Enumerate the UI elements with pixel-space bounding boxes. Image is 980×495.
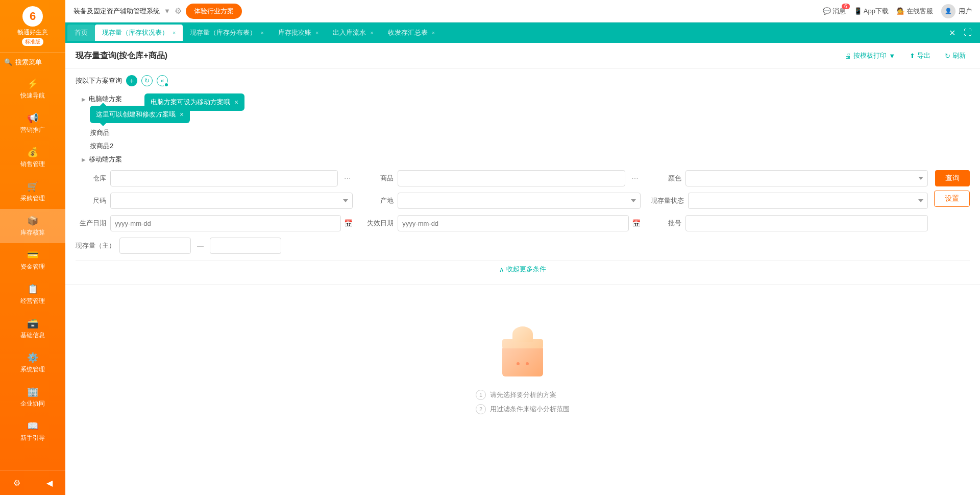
tabs-bar: 首页 现存量（库存状况表） × 现存量（库存分布表） × 库存批次账 × 出入库…: [65, 22, 980, 43]
user-profile-button[interactable]: 👤 用户: [941, 4, 972, 18]
filter-header: 按以下方案查询 + ↻ «: [76, 75, 970, 86]
filter-batch-row: 批号: [651, 215, 928, 231]
collapse-sidebar-button[interactable]: ◀: [44, 476, 55, 490]
sidebar-item-label: 基础信息: [20, 331, 45, 340]
filter-color-row: 颜色: [651, 170, 928, 186]
settings-button[interactable]: ⚙: [11, 476, 22, 490]
stock-status-select[interactable]: [688, 193, 928, 209]
sidebar-item-enterprise[interactable]: 🏢 企业协同: [0, 380, 65, 414]
tab-inventory-status-close[interactable]: ×: [173, 30, 176, 36]
sidebar-item-finance[interactable]: 💳 资金管理: [0, 243, 65, 277]
maximize-button[interactable]: ⛶: [962, 26, 974, 39]
warehouse-input[interactable]: [110, 170, 338, 186]
sidebar-item-inventory[interactable]: 📦 库存核算: [0, 209, 65, 243]
add-scheme-button[interactable]: +: [126, 75, 137, 86]
stock-main-from-input[interactable]: [119, 238, 191, 254]
print-button[interactable]: 🖨 按模板打印 ▼: [841, 49, 899, 62]
logo-icon: 6: [22, 6, 43, 27]
sidebar-item-label: 经营管理: [20, 297, 45, 305]
scheme-sub-item-2[interactable]: 按商品2: [90, 139, 970, 153]
tab-inventory-status[interactable]: 现存量（库存状况表） ×: [95, 25, 183, 41]
tab-home[interactable]: 首页: [67, 25, 95, 41]
tab-receive-send-close[interactable]: ×: [432, 30, 435, 36]
mobile-scheme-item[interactable]: ▶ 移动端方案: [82, 153, 970, 166]
goods-input[interactable]: [398, 170, 625, 186]
sidebar-item-quick-nav[interactable]: ⚡ 快速导航: [0, 72, 65, 106]
goods-dots[interactable]: ···: [629, 174, 640, 183]
online-service-button[interactable]: 💁 在线客服: [897, 7, 933, 16]
prod-date-input[interactable]: [110, 215, 341, 231]
export-label: 导出: [917, 51, 930, 60]
filter-actions: 查询 设置: [934, 170, 970, 207]
collapse-bar[interactable]: ∧ 收起更多条件: [76, 260, 970, 278]
color-label: 颜色: [651, 174, 681, 183]
expire-date-input[interactable]: [398, 215, 628, 231]
set-button[interactable]: 设置: [934, 191, 970, 207]
settings-gear-icon[interactable]: ⚙: [175, 6, 182, 16]
sidebar-item-system[interactable]: ⚙️ 系统管理: [0, 346, 65, 380]
tab-inout-flow[interactable]: 出入库流水 ×: [326, 25, 380, 41]
warehouse-dots[interactable]: ···: [342, 174, 353, 183]
color-select[interactable]: [685, 170, 928, 186]
sidebar-item-marketing[interactable]: 📢 营销推广: [0, 106, 65, 140]
trial-button[interactable]: 体验行业方案: [186, 4, 242, 19]
sidebar-item-basic[interactable]: 🗃️ 基础信息: [0, 312, 65, 346]
stock-range-separator: —: [195, 242, 206, 250]
empty-steps: 1 请先选择要分析的方案 2 用过滤条件来缩小分析范围: [476, 390, 570, 414]
header-left: 装备及固定资产辅助管理系统 ▼ ⚙ 体验行业方案: [74, 4, 242, 19]
tab-receive-send[interactable]: 收发存汇总表 ×: [381, 25, 442, 41]
system-icon: ⚙️: [27, 352, 38, 363]
page-title-bar: 现存量查询(按仓库+商品) 🖨 按模板打印 ▼ ⬆ 导出 ↻ 刷新: [65, 43, 980, 69]
close-all-tabs-button[interactable]: ✕: [947, 26, 958, 40]
origin-label: 产地: [363, 196, 394, 205]
sidebar-item-label: 新手引导: [20, 434, 45, 442]
scheme-sub-label-2: 按商品2: [90, 142, 113, 151]
empty-step-1: 1 请先选择要分析的方案: [476, 390, 570, 400]
scheme-tooltip-wrapper: 电脑方案可设为移动方案哦 ×: [144, 93, 244, 111]
app-download-button[interactable]: 📱 App下载: [854, 7, 889, 16]
avatar: 👤: [941, 4, 955, 18]
search-menu-label: 搜索菜单: [15, 58, 42, 67]
expire-date-calendar-icon[interactable]: 📅: [632, 219, 641, 227]
refresh-button[interactable]: ↻ 刷新: [941, 49, 970, 62]
guide-icon: 📖: [27, 420, 38, 432]
scheme-sub-item-1[interactable]: 按商品: [90, 126, 970, 139]
tab-batch-account-close[interactable]: ×: [315, 30, 318, 36]
export-button[interactable]: ⬆ 导出: [905, 49, 935, 62]
system-dropdown-icon[interactable]: ▼: [164, 7, 170, 15]
tab-inventory-dist-close[interactable]: ×: [260, 30, 263, 36]
sidebar-item-label: 营销推广: [20, 126, 45, 134]
message-button[interactable]: 💬 消息 6: [823, 7, 846, 16]
sidebar-item-sales[interactable]: 💰 销售管理: [0, 140, 65, 175]
filter-goods-row: 商品 ···: [363, 170, 640, 186]
sidebar-item-operation[interactable]: 📋 经营管理: [0, 277, 65, 312]
batch-input[interactable]: [685, 215, 928, 231]
sidebar-item-guide[interactable]: 📖 新手引导: [0, 414, 65, 449]
scheme-tooltip-close[interactable]: ×: [234, 98, 238, 106]
sidebar-logo: 6 畅通好生意 标准版: [0, 0, 65, 53]
stock-main-to-input[interactable]: [210, 238, 281, 254]
sidebar-item-label: 销售管理: [20, 160, 45, 169]
size-label: 尺码: [76, 196, 106, 205]
origin-select[interactable]: [398, 193, 640, 209]
prod-date-label: 生产日期: [76, 219, 106, 228]
query-button[interactable]: 查询: [935, 170, 970, 186]
filter-origin-row: 产地: [363, 193, 640, 209]
export-icon: ⬆: [910, 52, 915, 60]
main-content: 现存量查询(按仓库+商品) 🖨 按模板打印 ▼ ⬆ 导出 ↻ 刷新 按以下方案查…: [65, 43, 980, 495]
edit-scheme-tooltip-close[interactable]: ×: [180, 110, 184, 119]
filter-section: 按以下方案查询 + ↻ « 电脑方案可设为移动方案哦 × ▶ 电脑端方案 这里可…: [65, 69, 980, 285]
phone-icon: 📱: [854, 7, 862, 15]
stock-main-label: 现存量（主）: [76, 241, 115, 250]
message-icon: 💬: [823, 7, 831, 15]
search-menu-item[interactable]: 🔍 搜索菜单: [0, 53, 65, 72]
prod-date-calendar-icon[interactable]: 📅: [344, 219, 353, 227]
sidebar-item-purchase[interactable]: 🛒 采购管理: [0, 175, 65, 209]
tab-inout-flow-close[interactable]: ×: [370, 30, 373, 36]
tab-batch-account[interactable]: 库存批次账 ×: [271, 25, 326, 41]
tab-inventory-dist[interactable]: 现存量（库存分布表） ×: [183, 25, 271, 41]
refresh-scheme-button[interactable]: ↻: [141, 75, 153, 86]
sidebar-item-label: 采购管理: [20, 194, 45, 203]
filter-label: 按以下方案查询: [76, 76, 122, 85]
size-select[interactable]: [110, 193, 353, 209]
